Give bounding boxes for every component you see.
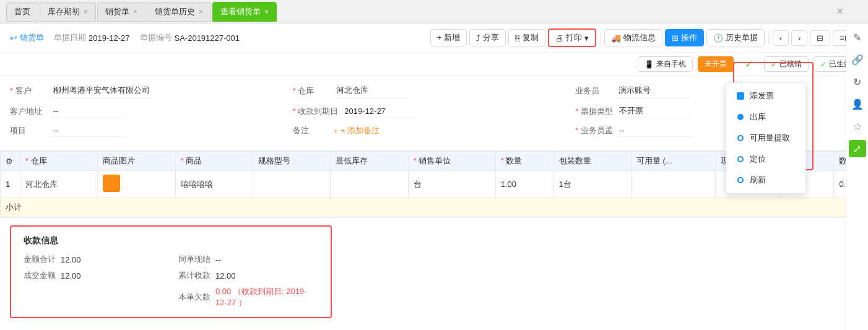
project-label: 项目	[10, 125, 47, 136]
operation-dropdown: 添发票 出库 可用量提取 定位	[726, 82, 806, 194]
add-note-icon: +	[334, 126, 339, 136]
sidebar-expand-icon[interactable]: ⤢	[849, 140, 866, 157]
row-spec	[253, 171, 330, 198]
operation-label: 操作	[681, 32, 697, 43]
from-mobile-label: 来自手机	[656, 59, 686, 69]
circle-icon	[737, 114, 744, 120]
new-button[interactable]: + 新增	[430, 29, 467, 46]
cancel-status-button[interactable]: ✓ 已核销	[764, 56, 809, 72]
not-open-button[interactable]: 未开票	[698, 56, 734, 72]
payment-title: 收款信息	[24, 235, 318, 246]
col-product-img: 商品图片	[98, 152, 175, 171]
subtotal-row: 小计	[1, 198, 868, 217]
owe-amount: 0.00	[215, 287, 231, 296]
total-value: 12.00	[61, 255, 81, 264]
address-field: 客户地址 --	[10, 105, 293, 118]
total-row: 金额合计 12.00	[24, 254, 163, 265]
sales-history-close-icon[interactable]: ×	[199, 7, 203, 16]
circle-outline-icon1	[737, 135, 744, 141]
history-icon: 🕐	[713, 33, 723, 43]
outbound-label: 出库	[750, 111, 766, 123]
add-invoice-icon	[736, 92, 745, 100]
mobile-icon: 📱	[644, 60, 654, 69]
sidebar-edit-icon[interactable]: ✎	[849, 28, 866, 46]
toolbar: + 新增 ⤴ 分享 ⎘ 复制 🖨 打印 ▾ 🚚 物流信息	[430, 28, 859, 47]
row-available	[631, 171, 715, 198]
share-label: 分享	[483, 32, 499, 43]
owe-close-paren: ）	[238, 298, 246, 307]
deal-amount-label: 成交金额	[24, 270, 56, 281]
view-sales-close-icon[interactable]: ×	[264, 7, 269, 16]
outbound-icon	[736, 113, 745, 121]
logistics-icon: 🚚	[611, 33, 621, 43]
owe-value: 0.00 （收款到期日: 2019-12-27 ）	[215, 286, 318, 308]
doc-date-value: 2019-12-27	[89, 33, 130, 43]
col-setting[interactable]: ⚙	[1, 152, 20, 171]
cancel-label: 已核销	[779, 59, 802, 69]
sidebar-refresh-icon[interactable]: ↻	[849, 73, 866, 90]
share-icon: ⤴	[476, 33, 480, 43]
owe-row: 本单欠款 0.00 （收款到期日: 2019-12-27 ）	[178, 286, 318, 308]
customer-value: 柳州粤港平安气体有限公司	[51, 84, 152, 98]
share-button[interactable]: ⤴ 分享	[469, 29, 506, 46]
col-min-stock: 最低库存	[331, 152, 408, 171]
tab-sales-order[interactable]: 销货单 ×	[97, 2, 145, 22]
add-invoice-item[interactable]: 添发票	[726, 85, 805, 106]
staff-label: 业务员	[575, 85, 612, 97]
outbound-item[interactable]: 出库	[726, 106, 805, 128]
tab-inventory[interactable]: 库存期初 ×	[40, 2, 96, 22]
print-button[interactable]: 🖨 打印 ▾	[548, 28, 596, 47]
add-note-button[interactable]: + + 添加备注	[334, 125, 380, 136]
row-min-stock	[331, 171, 408, 198]
row-product: 嘻嘻嘻嘻	[175, 171, 253, 198]
right-sidebar: ✎ 🔗 ↻ 👤 ☆ ⤢	[846, 24, 868, 330]
window-close-icon[interactable]: ×	[836, 5, 843, 18]
history-button[interactable]: 🕐 历史单据	[706, 29, 765, 46]
project-value: --	[51, 124, 125, 137]
sales-order-close-icon[interactable]: ×	[133, 7, 137, 16]
available-qty-item[interactable]: 可用量提取	[726, 128, 805, 149]
from-mobile-button[interactable]: 📱 来自手机	[638, 56, 693, 72]
sidebar-star-icon[interactable]: ☆	[849, 118, 866, 135]
warehouse-field: 仓库 河北仓库	[293, 84, 576, 98]
locate-item[interactable]: 定位	[726, 149, 805, 170]
tab-sales-history[interactable]: 销货单历史 ×	[147, 2, 211, 22]
print-dropdown-icon: ▾	[584, 33, 589, 43]
col-warehouse: * 仓库	[20, 152, 98, 171]
col-pack-qty: 包装数量	[553, 152, 631, 171]
operation-button[interactable]: ⊞ 操作	[665, 29, 704, 46]
next-button[interactable]: ›	[791, 30, 807, 46]
print-label: 打印	[566, 32, 582, 43]
refresh-item[interactable]: 刷新	[726, 170, 805, 191]
staff2-label: 业务员孟	[575, 125, 613, 136]
cancel-check-icon: ✓	[771, 60, 777, 69]
copy-icon: ⎘	[515, 33, 520, 43]
tab-home[interactable]: 首页	[6, 2, 38, 22]
add-note-label: + 添加备注	[341, 125, 380, 136]
prev-button[interactable]: ‹	[773, 30, 789, 46]
sales-order-label: 销货单	[105, 6, 129, 17]
grid-view-button[interactable]: ⊟	[810, 30, 830, 46]
sidebar-link-icon[interactable]: 🔗	[849, 51, 866, 68]
not-open-label: 未开票	[705, 59, 727, 69]
staff2-value: --	[617, 124, 691, 137]
circle-outline-icon2	[737, 156, 744, 162]
row-pack-qty: 1台	[553, 171, 631, 198]
add-invoice-label: 添发票	[750, 90, 774, 102]
row-unit: 台	[408, 171, 495, 198]
tab-view-sales[interactable]: 查看销货单 ×	[212, 2, 277, 22]
copy-label: 复制	[523, 32, 539, 43]
payment-info: 收款信息 金额合计 12.00 同单现结 -- 成交金额 12.00 累计收款 …	[10, 225, 332, 318]
payment-grid: 金额合计 12.00 同单现结 -- 成交金额 12.00 累计收款 12.00	[24, 254, 318, 308]
due-date-value: 2019-12-27	[342, 105, 416, 118]
copy-button[interactable]: ⎘ 复制	[508, 29, 545, 46]
verify-check-icon: ✓	[739, 56, 759, 72]
inventory-close-icon[interactable]: ×	[84, 7, 88, 16]
refresh-label: 刷新	[750, 175, 766, 186]
doc-title-area: ↩ 销货单 单据日期 2019-12-27 单据编号 SA-20191227-0…	[10, 32, 240, 43]
sidebar-user-icon[interactable]: 👤	[849, 95, 866, 113]
deal-amount-value: 12.00	[61, 271, 81, 280]
available-qty-icon	[736, 134, 745, 142]
staff-field: 业务员 演示账号	[575, 84, 858, 98]
logistics-button[interactable]: 🚚 物流信息	[604, 29, 662, 46]
